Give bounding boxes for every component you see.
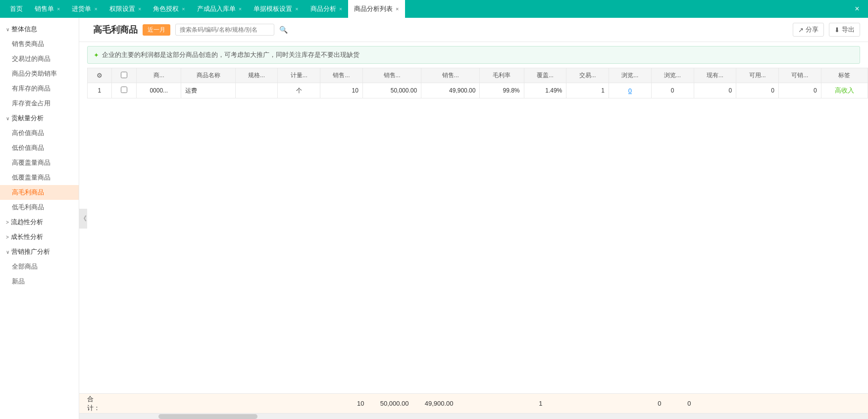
- sidebar: ∨整体信息销售类商品交易过的商品商品分类助销率有库存的商品库存资金占用∨贡献量分…: [0, 18, 79, 419]
- sidebar-section-整体信息[interactable]: ∨整体信息: [0, 22, 79, 37]
- data-table: ⚙商...商品名称规格...计量...销售...销售...销售...毛利率覆盖.…: [87, 68, 868, 98]
- footer-cell-7: 50,000.00: [368, 400, 413, 407]
- col-header-unit[interactable]: 计量...: [278, 68, 320, 83]
- cell-checkbox[interactable]: [111, 83, 136, 98]
- export-icon: ⬇: [834, 26, 840, 34]
- top-navigation: 首页销售单×进货单×权限设置×角色授权×产成品入库单×单据模板设置×商品分析×商…: [0, 0, 868, 18]
- col-header-stock[interactable]: 现有...: [694, 68, 736, 83]
- footer-cell-11: 1: [517, 400, 547, 407]
- share-button[interactable]: ↗ 分享: [793, 23, 824, 37]
- nav-close-icon[interactable]: ×: [57, 6, 60, 12]
- nav-item-角色授权[interactable]: 角色授权×: [147, 0, 191, 18]
- section-label: 贡献量分析: [11, 114, 44, 123]
- scrollbar-thumb[interactable]: [158, 414, 257, 419]
- nav-item-商品分析[interactable]: 商品分析×: [305, 0, 348, 18]
- nav-item-商品分析列表[interactable]: 商品分析列表×: [348, 0, 405, 18]
- nav-close-icon[interactable]: ×: [138, 6, 141, 12]
- filter-period-button[interactable]: 近一月: [143, 24, 170, 36]
- sidebar-item-库存资金占用[interactable]: 库存资金占用: [0, 96, 79, 111]
- col-header-available[interactable]: 可用...: [736, 68, 779, 83]
- col-header-salesAmt[interactable]: 销售...: [362, 68, 421, 83]
- sidebar-item-全部商品[interactable]: 全部商品: [0, 259, 79, 274]
- sidebar-item-新品[interactable]: 新品: [0, 274, 79, 289]
- settings-icon[interactable]: ⚙: [97, 72, 102, 79]
- cell-grossRate: 99.8%: [480, 83, 524, 98]
- info-text: 企业的主要的利润都是这部分商品创造的，可考虑加大推广，同时关注库存是不要出现缺货: [102, 50, 359, 59]
- col-header-salesCost[interactable]: 销售...: [421, 68, 480, 83]
- footer-cell-16: 0: [665, 400, 695, 407]
- col-header-settings[interactable]: ⚙: [88, 68, 112, 83]
- cell-coverage: 1.49%: [524, 83, 566, 98]
- col-header-checkbox[interactable]: [111, 68, 136, 83]
- cell-views2: 0: [651, 83, 694, 98]
- col-header-name[interactable]: 商品名称: [181, 68, 235, 83]
- footer-label: 合计：: [87, 395, 106, 413]
- cell-txCount: 1: [566, 83, 609, 98]
- sidebar-item-低覆盖量商品[interactable]: 低覆盖量商品: [0, 170, 79, 185]
- col-header-views2[interactable]: 浏览...: [651, 68, 694, 83]
- footer-cell-6: 10: [339, 400, 368, 407]
- nav-item-销售单[interactable]: 销售单×: [29, 0, 66, 18]
- sidebar-item-低价值商品[interactable]: 低价值商品: [0, 140, 79, 155]
- horizontal-scrollbar[interactable]: [79, 413, 868, 419]
- arrow-icon: ∨: [6, 27, 9, 32]
- window-close-button[interactable]: ×: [850, 2, 864, 16]
- col-header-views1[interactable]: 浏览...: [609, 68, 652, 83]
- cell-settings: 1: [88, 83, 112, 98]
- sidebar-item-商品分类助销率[interactable]: 商品分类助销率: [0, 66, 79, 81]
- content-area: 《 高毛利商品 近一月 🔍 ↗ 分享 ⬇ 导出 ✦ 企业的主要的利润都是这部分商…: [79, 18, 868, 419]
- arrow-icon: ∨: [6, 249, 9, 255]
- sidebar-item-低毛利商品[interactable]: 低毛利商品: [0, 200, 79, 215]
- footer-total: 合计： 1050,000.0049,900.00100: [79, 393, 868, 413]
- cell-unit: 个: [278, 83, 320, 98]
- arrow-icon: >: [6, 234, 9, 240]
- col-header-coverage[interactable]: 覆盖...: [524, 68, 566, 83]
- col-header-tag[interactable]: 标签: [821, 68, 868, 83]
- col-header-code[interactable]: 商...: [137, 68, 181, 83]
- search-button[interactable]: 🔍: [279, 26, 288, 34]
- footer-cell-15: 0: [636, 400, 665, 407]
- section-label: 整体信息: [11, 25, 37, 34]
- col-header-sellable[interactable]: 可销...: [778, 68, 821, 83]
- sidebar-item-交易过的商品[interactable]: 交易过的商品: [0, 51, 79, 66]
- nav-close-icon[interactable]: ×: [239, 6, 242, 12]
- cell-tag: 高收入: [821, 83, 868, 98]
- cell-salesCost: 49,900.00: [421, 83, 480, 98]
- nav-item-进货单[interactable]: 进货单×: [66, 0, 103, 18]
- arrow-icon: >: [6, 220, 9, 225]
- nav-close-icon[interactable]: ×: [295, 6, 298, 12]
- cell-sellable: 0: [778, 83, 821, 98]
- sidebar-section-贡献量分析[interactable]: ∨贡献量分析: [0, 111, 79, 126]
- sidebar-item-销售类商品[interactable]: 销售类商品: [0, 37, 79, 51]
- col-header-grossRate[interactable]: 毛利率: [480, 68, 524, 83]
- nav-item-产成品入库单[interactable]: 产成品入库单×: [191, 0, 248, 18]
- cell-views1[interactable]: 0: [609, 83, 652, 98]
- cell-salesAmt: 50,000.00: [362, 83, 421, 98]
- row-checkbox[interactable]: [121, 87, 127, 93]
- nav-close-icon[interactable]: ×: [396, 6, 399, 12]
- sidebar-collapse-button[interactable]: 《: [79, 209, 87, 229]
- sidebar-item-高毛利商品[interactable]: 高毛利商品: [0, 185, 79, 200]
- sidebar-section-营销推广分析[interactable]: ∨营销推广分析: [0, 244, 79, 259]
- export-button[interactable]: ⬇ 导出: [829, 23, 860, 37]
- col-header-txCount[interactable]: 交易...: [566, 68, 609, 83]
- cell-code: 0000...: [137, 83, 181, 98]
- nav-item-单据模板设置[interactable]: 单据模板设置×: [248, 0, 304, 18]
- sidebar-item-高价值商品[interactable]: 高价值商品: [0, 126, 79, 140]
- col-header-salesQty[interactable]: 销售...: [320, 68, 363, 83]
- col-header-spec[interactable]: 规格...: [235, 68, 278, 83]
- nav-close-icon[interactable]: ×: [94, 6, 97, 12]
- nav-item-首页[interactable]: 首页: [4, 0, 29, 18]
- sidebar-item-高覆盖量商品[interactable]: 高覆盖量商品: [0, 155, 79, 170]
- link-cell[interactable]: 0: [628, 87, 632, 94]
- nav-close-icon[interactable]: ×: [339, 6, 342, 12]
- search-input[interactable]: [175, 24, 274, 36]
- nav-close-icon[interactable]: ×: [182, 6, 185, 12]
- sidebar-section-流趋性分析[interactable]: >流趋性分析: [0, 215, 79, 230]
- cell-stock: 0: [694, 83, 736, 98]
- nav-item-权限设置[interactable]: 权限设置×: [103, 0, 147, 18]
- select-all-checkbox[interactable]: [121, 72, 127, 78]
- sidebar-item-有库存的商品[interactable]: 有库存的商品: [0, 81, 79, 96]
- table-wrapper[interactable]: ⚙商...商品名称规格...计量...销售...销售...销售...毛利率覆盖.…: [79, 68, 868, 393]
- sidebar-section-成长性分析[interactable]: >成长性分析: [0, 230, 79, 244]
